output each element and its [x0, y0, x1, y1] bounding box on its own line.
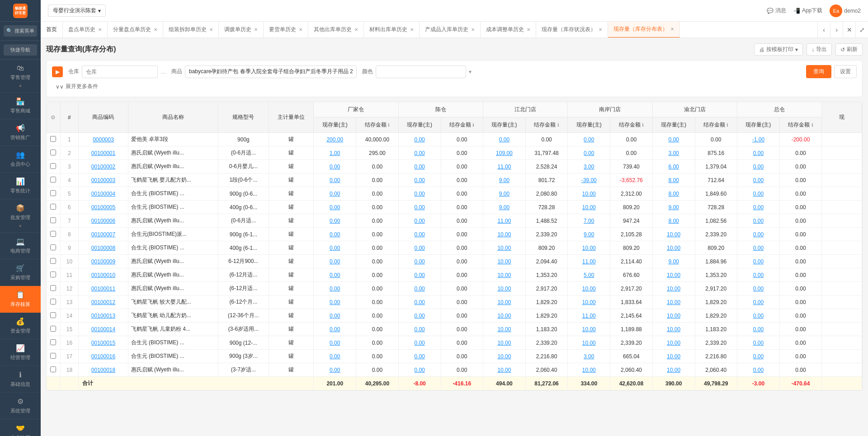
- row-total-stock[interactable]: 0.00: [737, 201, 779, 214]
- row-chenshi-stock[interactable]: 0.00: [398, 228, 441, 241]
- row-yubei-stock[interactable]: 10.00: [652, 363, 695, 377]
- row-chenshi-stock[interactable]: 0.00: [398, 295, 441, 309]
- row-yubei-stock[interactable]: 10.00: [652, 268, 695, 282]
- row-chenshi-stock[interactable]: 0.00: [398, 363, 441, 377]
- row-checkbox-cell[interactable]: [47, 201, 60, 214]
- row-code[interactable]: 00100016: [79, 350, 128, 363]
- row-chenshi-stock[interactable]: 0.00: [398, 173, 441, 187]
- row-checkbox-cell[interactable]: [47, 133, 60, 146]
- sidebar-item-marketing[interactable]: 📢 营销推广: [0, 119, 41, 146]
- sidebar-item-operations[interactable]: 📈 经营管理: [0, 339, 41, 366]
- tab-inventory-check[interactable]: 盘点单历史 ✕: [63, 22, 108, 38]
- row-checkbox[interactable]: [50, 258, 56, 264]
- close-icon[interactable]: ✕: [599, 27, 602, 32]
- row-yubei-stock[interactable]: 8.00: [652, 187, 695, 201]
- sidebar-item-system[interactable]: ⚙ 系统管理: [0, 393, 41, 419]
- row-code[interactable]: 00100008: [79, 241, 128, 255]
- tab-inventory-status[interactable]: 现存量（库存状况表） ✕: [536, 22, 608, 38]
- row-total-stock[interactable]: 0.00: [737, 268, 779, 282]
- row-code[interactable]: 00100011: [79, 282, 128, 295]
- search-english-button[interactable]: 🔍 搜索英单: [4, 25, 37, 37]
- row-factory-stock[interactable]: 1.00: [314, 146, 356, 160]
- row-code[interactable]: 00100009: [79, 255, 128, 268]
- warehouse-dots[interactable]: …: [160, 69, 166, 75]
- warehouse-input[interactable]: [82, 66, 158, 78]
- row-jiangbei-stock[interactable]: 10.00: [483, 363, 525, 377]
- row-checkbox-cell[interactable]: [47, 336, 60, 350]
- row-yubei-stock[interactable]: 10.00: [652, 336, 695, 350]
- row-checkbox[interactable]: [50, 244, 56, 250]
- row-checkbox[interactable]: [50, 272, 56, 277]
- expand-conditions-button[interactable]: ∨∨ 展开更多条件: [52, 81, 857, 92]
- tab-other-out[interactable]: 其他出库单历史 ✕: [308, 22, 364, 38]
- user-profile[interactable]: Ea demo2: [830, 5, 861, 17]
- row-checkbox-cell[interactable]: [47, 309, 60, 323]
- row-total-stock[interactable]: -1.00: [737, 133, 779, 146]
- row-jiangbei-stock[interactable]: 10.00: [483, 336, 525, 350]
- row-code[interactable]: 00100013: [79, 309, 128, 323]
- row-factory-stock[interactable]: 0.00: [314, 201, 356, 214]
- tab-transfer[interactable]: 调拨单历史 ✕: [219, 22, 264, 38]
- row-factory-stock[interactable]: 200.00: [314, 133, 356, 146]
- row-jiangbei-stock[interactable]: 10.00: [483, 255, 525, 268]
- row-code[interactable]: 00100012: [79, 295, 128, 309]
- row-total-stock[interactable]: 0.00: [737, 173, 779, 187]
- message-action[interactable]: 💬 消息: [767, 7, 786, 14]
- row-nanan-stock[interactable]: 7.00: [568, 214, 610, 228]
- row-jiangbei-stock[interactable]: 10.00: [483, 350, 525, 363]
- row-total-stock[interactable]: 0.00: [737, 323, 779, 336]
- row-nanan-stock[interactable]: 5.00: [568, 268, 610, 282]
- row-chenshi-stock[interactable]: 0.00: [398, 146, 441, 160]
- row-factory-stock[interactable]: 0.00: [314, 282, 356, 295]
- row-checkbox[interactable]: [50, 231, 56, 237]
- row-checkbox-cell[interactable]: [47, 228, 60, 241]
- color-dropdown-icon[interactable]: ▾: [469, 69, 472, 75]
- row-checkbox[interactable]: [50, 353, 56, 359]
- row-total-stock[interactable]: 0.00: [737, 350, 779, 363]
- close-icon[interactable]: ✕: [670, 27, 674, 32]
- sidebar-item-retail-mall[interactable]: 🏪 零售商城: [0, 93, 41, 119]
- search-button[interactable]: 查询: [806, 65, 831, 78]
- row-factory-stock[interactable]: 0.00: [314, 268, 356, 282]
- row-yubei-stock[interactable]: 10.00: [652, 228, 695, 241]
- tab-close-all-button[interactable]: ✕: [843, 22, 855, 38]
- row-nanan-stock[interactable]: 11.00: [568, 255, 610, 268]
- row-checkbox-cell[interactable]: [47, 255, 60, 268]
- sidebar-item-retail-management[interactable]: 🛍 零售管理 ▲: [0, 60, 41, 93]
- sidebar-item-wholesale[interactable]: 📦 批发管理 ▲: [0, 199, 41, 233]
- row-checkbox-cell[interactable]: [47, 268, 60, 282]
- row-yubei-stock[interactable]: 10.00: [652, 323, 695, 336]
- row-factory-stock[interactable]: 0.00: [314, 214, 356, 228]
- row-nanan-stock[interactable]: 0.00: [568, 133, 610, 146]
- row-total-stock[interactable]: 0.00: [737, 146, 779, 160]
- row-yubei-stock[interactable]: 0.00: [652, 133, 695, 146]
- row-nanan-stock[interactable]: 11.00: [568, 309, 610, 323]
- row-nanan-stock[interactable]: 10.00: [568, 363, 610, 377]
- row-nanan-stock[interactable]: 3.00: [568, 160, 610, 173]
- row-checkbox-cell[interactable]: [47, 146, 60, 160]
- row-total-stock[interactable]: 0.00: [737, 214, 779, 228]
- close-icon[interactable]: ✕: [299, 27, 302, 32]
- row-code[interactable]: 00100002: [79, 160, 128, 173]
- row-jiangbei-stock[interactable]: 9.00: [483, 173, 525, 187]
- refresh-button[interactable]: ↺ 刷新: [835, 43, 863, 56]
- row-checkbox-cell[interactable]: [47, 187, 60, 201]
- sidebar-item-basic-info[interactable]: ℹ 基础信息: [0, 366, 41, 393]
- row-checkbox-cell[interactable]: [47, 160, 60, 173]
- product-input[interactable]: [185, 66, 357, 78]
- tab-cost-adjust[interactable]: 成本调整单历史 ✕: [481, 22, 536, 38]
- row-checkbox-cell[interactable]: [47, 350, 60, 363]
- close-icon[interactable]: ✕: [410, 27, 414, 32]
- row-yubei-stock[interactable]: 8.00: [652, 214, 695, 228]
- row-jiangbei-stock[interactable]: 11.00: [483, 214, 525, 228]
- row-jiangbei-stock[interactable]: 109.00: [483, 146, 525, 160]
- tab-sub-inventory[interactable]: 分量盘点单历史 ✕: [108, 22, 163, 38]
- row-code[interactable]: 00100004: [79, 187, 128, 201]
- row-nanan-stock[interactable]: 10.00: [568, 295, 610, 309]
- row-checkbox-cell[interactable]: [47, 173, 60, 187]
- row-checkbox[interactable]: [50, 204, 56, 210]
- row-checkbox[interactable]: [50, 285, 56, 291]
- row-checkbox[interactable]: [50, 150, 56, 155]
- row-nanan-stock[interactable]: 10.00: [568, 241, 610, 255]
- row-code[interactable]: 0000003: [79, 133, 128, 146]
